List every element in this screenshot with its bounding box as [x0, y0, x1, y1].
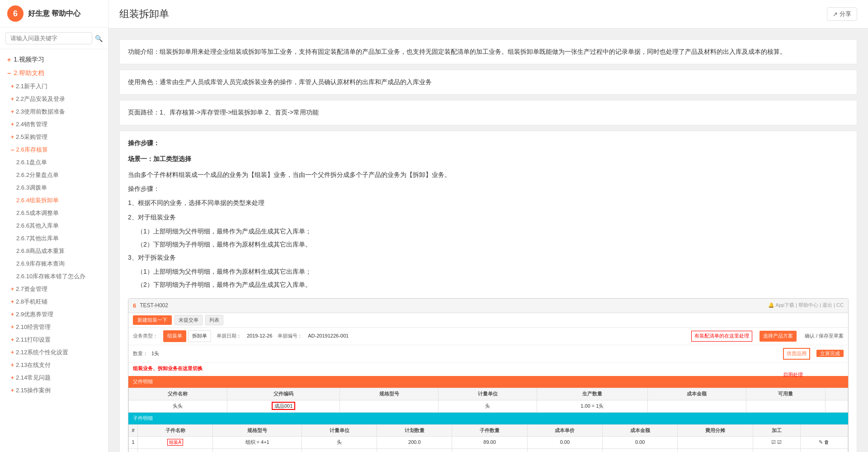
ss-child-col1: 子件名称: [138, 424, 213, 437]
search-box[interactable]: 🔍: [0, 28, 108, 49]
ss-select-btn[interactable]: 选择产品方案: [760, 331, 797, 342]
sidebar-item-finance[interactable]: + 2.7资金管理: [0, 283, 108, 295]
child-qty-2: 0.00: [452, 449, 527, 452]
step3-1: （1）上部明细为父件明细，最终作为原材料生成其它出库单；: [128, 266, 849, 277]
share-button[interactable]: ↗ 分享: [827, 7, 857, 21]
ss-qty-label: 数量：: [133, 349, 148, 358]
ss-num-value: AD-20191226-001: [308, 332, 349, 341]
screenshot-inner: 6 TEST-H002 🔔 App下载 | 帮助中心 | 退出 | CC 新建组…: [128, 299, 848, 452]
sidebar-item-print[interactable]: + 2.11打印设置: [0, 333, 108, 346]
sidebar-item-customization[interactable]: + 2.12系统个性化设置: [0, 346, 108, 359]
sidebar-item-payment[interactable]: + 2.13在线支付: [0, 359, 108, 371]
child-spec-1: 组织 = 4+1: [213, 437, 302, 449]
sidebar-item-2610[interactable]: 2.6.10库存账本错了怎么办: [0, 270, 108, 283]
ss-child-col2: 规格型号: [213, 424, 302, 437]
sidebar-item-267[interactable]: 2.6.7其他出库单: [0, 232, 108, 245]
role-text: 使用角色：通常由生产人员或库管人员完成拆装业务的操作，库管人员确认原材料的出库和…: [128, 78, 432, 86]
ss-child-col8: 費用分摊: [678, 424, 753, 437]
sidebar-label-21: 2.1新手入门: [16, 82, 47, 90]
search-icon[interactable]: 🔍: [95, 35, 103, 42]
nav-list: + 1.视频学习 − 2.帮助文档 + 2.1新手入门 + 2.2产品安装及登录…: [0, 49, 108, 452]
content-area: 功能介绍：组装拆卸单用来处理企业组装或拆卸等加工业务，支持有固定装配清单的产品加…: [108, 29, 868, 452]
plus-icon-1: +: [7, 56, 11, 63]
ss-type-disassemble[interactable]: 拆卸单: [188, 330, 211, 342]
ss-confirm-btn2[interactable]: 立算完成: [816, 349, 844, 358]
child-name-badge-1: 组装A: [167, 439, 183, 446]
scene1-desc: 当由多个子件材料组装成一个成品的业务为【组装】业务，当由一个父件拆分成多个子产品…: [128, 169, 849, 181]
minus-icon-2: −: [7, 70, 11, 77]
sidebar-item-268[interactable]: 2.6.8商品成本重算: [0, 245, 108, 257]
sidebar-item-262[interactable]: 2.6.2分量盘点单: [0, 169, 108, 181]
child-plan-2: 0.00: [377, 449, 452, 452]
sidebar-item-cases[interactable]: + 2.15操作案例: [0, 384, 108, 397]
plus-icon-24: +: [11, 121, 14, 128]
child-spec-2: 配件(=4+1): [213, 449, 302, 452]
sidebar-item-261[interactable]: 2.6.1盘点单: [0, 156, 108, 169]
search-input[interactable]: [5, 32, 92, 44]
sidebar-label-267: 2.6.7其他出库单: [16, 235, 59, 242]
breadcrumb: 页面路径：1、库存核算->库存管理->组装拆卸单 2、首页->常用功能: [128, 109, 319, 116]
sidebar-item-install[interactable]: + 2.2产品安装及登录: [0, 93, 108, 105]
ss-date-value: 2019-12-26: [247, 332, 272, 341]
ss-parent-col7: 可用量: [746, 388, 826, 400]
ss-logo: 6: [133, 300, 136, 311]
child-unit-2: 30.00: [302, 449, 377, 452]
sidebar-item-inventory[interactable]: − 2.6库存核算: [0, 143, 108, 156]
sidebar-item-ops[interactable]: + 2.10经营管理: [0, 321, 108, 333]
child-plan-1: 200.0: [377, 437, 452, 449]
ss-confirm-btn2-label: 立算完成: [816, 350, 844, 357]
parent-name-1: 头头: [129, 400, 227, 413]
step3: 3、对于拆装业务: [128, 252, 849, 263]
ss-parent-col-extra: [826, 388, 848, 400]
ss-parent-col1: 父件名称: [129, 388, 227, 400]
ss-parent-col3: 规格型号: [340, 388, 439, 400]
sidebar-item-263[interactable]: 2.6.3调拨单: [0, 181, 108, 194]
child-cost-2: 0.00: [603, 449, 678, 452]
ss-btn2[interactable]: 列表: [205, 315, 223, 325]
sidebar-item-sales[interactable]: + 2.4销售管理: [0, 118, 108, 131]
sidebar-item-docs[interactable]: − 2.帮助文档: [0, 67, 108, 80]
ss-btn1[interactable]: 未提交单: [175, 315, 203, 325]
ss-confirm-btn[interactable]: 确认 / 保存至草案: [805, 332, 844, 341]
ss-new-btn[interactable]: 新建组装一下: [133, 315, 172, 325]
ss-type-label: 业务类型：: [133, 332, 158, 341]
plus-icon-28: +: [11, 299, 14, 305]
child-process-2: ☑ ☑: [753, 449, 800, 452]
sidebar-item-265[interactable]: 2.6.5成本调整单: [0, 207, 108, 219]
sidebar-item-purchase[interactable]: + 2.5采购管理: [0, 131, 108, 143]
sidebar-item-mobile[interactable]: + 2.8手机旺铺: [0, 295, 108, 308]
child-cost-1: 0.00: [603, 437, 678, 449]
ss-type-selector[interactable]: 组装单 拆卸单: [163, 330, 211, 342]
ss-type-assemble[interactable]: 组装单: [163, 330, 186, 342]
sidebar-item-faq[interactable]: + 2.14常见问题: [0, 371, 108, 384]
step1: 1、根据不同的业务，选择不同单据的类型来处理: [128, 197, 849, 209]
sidebar-item-data-prep[interactable]: + 2.3使用前数据准备: [0, 105, 108, 118]
scene1-heading: 场景一：加工类型选择: [128, 153, 849, 165]
plus-icon-25: +: [11, 134, 14, 140]
sidebar-item-266[interactable]: 2.6.6其他入库单: [0, 219, 108, 232]
breadcrumb-block: 页面路径：1、库存核算->库存管理->组装拆卸单 2、首页->常用功能: [119, 100, 857, 125]
steps-block: 操作步骤： 场景一：加工类型选择 当由多个子件材料组装成一个成品的业务为【组装】…: [119, 131, 857, 452]
sidebar-label-212: 2.12系统个性化设置: [16, 348, 68, 357]
ss-input-field[interactable]: 供货品用: [783, 348, 810, 360]
sidebar-item-269[interactable]: 2.6.9库存账本查询: [0, 257, 108, 270]
ss-parent-table: 父件名称 父件编码 规格型号 计量单位 生产数量 成本金额 可用量: [128, 388, 848, 413]
ss-date-label: 单据日期：: [217, 332, 241, 341]
sidebar-label-263: 2.6.3调拨单: [16, 184, 47, 191]
ss-child-col6: 成本单价: [527, 424, 602, 437]
sidebar-item-264[interactable]: 2.6.4组装拆卸单: [0, 194, 108, 207]
table-row: 头头 成品001 头 1.00 = 1头: [129, 400, 848, 413]
parent-qty-1: 1.00 = 1头: [537, 400, 648, 413]
child-qty-1: 89.00: [452, 437, 527, 449]
sidebar-item-coupon[interactable]: + 2.9优惠券管理: [0, 308, 108, 321]
ss-test-id: TEST-H002: [140, 301, 168, 311]
parent-unit-1: 头: [439, 400, 537, 413]
plus-icon-27: +: [11, 286, 14, 292]
child-num-1: 1: [129, 437, 138, 449]
sidebar-item-newbie[interactable]: + 2.1新手入门: [0, 80, 108, 93]
child-name-1: 组装A: [138, 437, 213, 449]
ss-annotation2: 组装业务、拆卸业务在这里切换: [128, 363, 848, 375]
ss-num-label: 单据编号：: [278, 332, 302, 341]
ss-annotation4-area: # 子件名称 规格型号 计量单位 计划数量 子件数量 成本单价 成本金额 費用分…: [128, 424, 848, 452]
sidebar-item-video[interactable]: + 1.视频学习: [0, 53, 108, 67]
